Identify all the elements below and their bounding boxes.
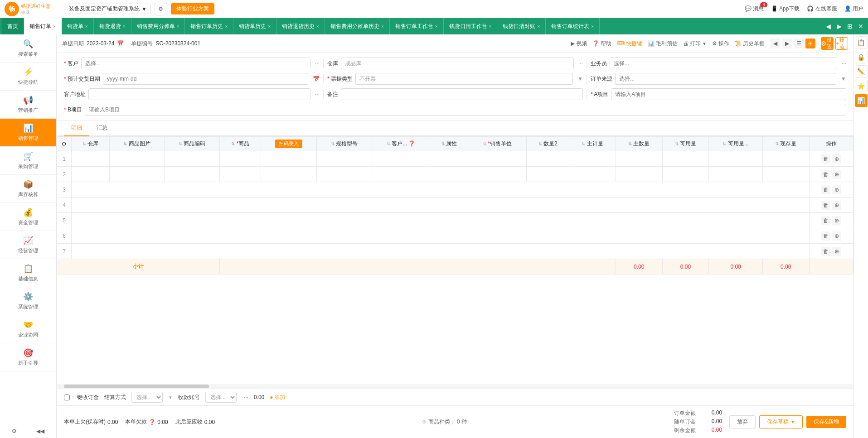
row-2-unit[interactable] <box>468 167 526 182</box>
sidebar-item-system[interactable]: ⚙️ 系统管理 <box>0 287 56 315</box>
tab-detail[interactable]: 明细 <box>64 120 89 136</box>
sidebar-item-collaboration[interactable]: 🤝 企业协同 <box>0 315 56 343</box>
nav-next-button[interactable]: ▶ <box>834 18 844 34</box>
row-1-unit[interactable] <box>468 151 526 167</box>
row-1-warehouse[interactable] <box>72 151 110 167</box>
delete-row-button[interactable]: 🗑 <box>821 170 830 179</box>
nav-expand-button[interactable]: ⊞ <box>844 18 855 34</box>
tab-home[interactable]: 首页 <box>2 18 24 34</box>
col-scan-header[interactable]: 扫码录入 <box>261 137 317 151</box>
delivery-date-input[interactable] <box>103 73 308 85</box>
close-icon[interactable]: × <box>123 24 126 29</box>
nav-prev-button[interactable]: ◀ <box>823 18 834 34</box>
scan-entry-button[interactable]: 扫码录入 <box>275 140 302 148</box>
row-1-code[interactable] <box>165 151 220 167</box>
delete-row-button[interactable]: 🗑 <box>821 247 830 256</box>
user-menu[interactable]: 👤 用户 <box>844 5 863 13</box>
discard-button[interactable]: 放弃 <box>729 415 756 428</box>
close-icon[interactable]: × <box>316 24 319 29</box>
col-settings-header[interactable]: ⚙ <box>57 137 72 151</box>
tab-reconciliation[interactable]: 钱货日清对账 × <box>497 18 546 34</box>
video-button[interactable]: ▶视频 <box>571 40 587 48</box>
row-2-main-qty[interactable] <box>616 167 662 182</box>
customer-more-button[interactable]: ··· <box>315 60 320 67</box>
copy-row-button[interactable]: ⊕ <box>832 216 841 225</box>
tab-sales-return[interactable]: 销货退货 × <box>94 18 131 34</box>
tab-sales-expense[interactable]: 销售费用分摊单 × <box>131 18 185 34</box>
row-2-customer-code[interactable] <box>372 167 430 182</box>
payment-method-select[interactable]: 选择... <box>131 392 163 403</box>
copy-row-button[interactable]: ⊕ <box>832 231 841 241</box>
tab-sales-order[interactable]: 销售订单 × <box>24 18 62 34</box>
sidebar-expand-button[interactable]: ◀◀ <box>36 428 44 434</box>
tab-sales-order-history[interactable]: 销售订单历史 × <box>185 18 233 34</box>
tab-order-workbench[interactable]: 销售订单工作台 × <box>390 18 444 34</box>
delete-row-button[interactable]: 🗑 <box>821 185 830 194</box>
delete-row-button[interactable]: 🗑 <box>821 216 830 225</box>
warehouse-input[interactable] <box>341 58 574 69</box>
horizontal-scrollbar[interactable] <box>64 384 846 389</box>
copy-row-button[interactable]: ⊕ <box>832 247 841 256</box>
address-more-button[interactable]: ··· <box>315 91 320 97</box>
calendar-icon[interactable]: 📅 <box>117 40 124 47</box>
warehouse-more-button[interactable]: ··· <box>578 60 583 67</box>
save-draft-button[interactable]: 保存草稿 ▼ <box>759 415 803 428</box>
next-doc-button[interactable]: ▶ <box>782 39 792 48</box>
close-icon[interactable]: × <box>53 24 56 29</box>
print-button[interactable]: 🖨打印 ▼ <box>683 40 707 48</box>
app-download-link[interactable]: 📱 App下载 <box>771 5 800 13</box>
order-source-input[interactable] <box>615 73 836 85</box>
row-1-qty2[interactable] <box>527 151 569 167</box>
tab-expense-history[interactable]: 销售费用分摊单历史 × <box>325 18 390 34</box>
salesperson-more-button[interactable]: ··· <box>842 60 846 67</box>
sidebar-item-finance[interactable]: 💰 资金管理 <box>0 203 56 231</box>
right-panel-lock-button[interactable]: 🔒 <box>855 51 868 63</box>
close-icon[interactable]: × <box>381 24 384 29</box>
calendar-icon[interactable]: 📅 <box>313 76 320 82</box>
close-icon[interactable]: × <box>537 24 540 29</box>
row-2-qty2[interactable] <box>527 167 569 182</box>
add-payment-button[interactable]: ● 添加 <box>270 394 285 401</box>
profit-estimate-button[interactable]: 📊毛利预估 <box>648 40 678 48</box>
invoice-type-input[interactable] <box>355 73 573 85</box>
add-logistics-button[interactable]: + 物流 <box>835 37 848 50</box>
one-click-payment-checkbox[interactable]: 一键收订金 <box>64 394 99 401</box>
list-view-button[interactable]: ☰ <box>794 39 804 48</box>
grid-view-button[interactable]: ⊞ <box>805 39 815 48</box>
a-project-input[interactable] <box>611 88 846 100</box>
row-2-product[interactable] <box>220 167 261 182</box>
settings-side-button[interactable]: ⚙ 设置 <box>821 37 834 50</box>
chevron-down-icon[interactable]: ▼ <box>841 76 846 82</box>
chevron-down-icon[interactable]: ▼ <box>577 76 583 82</box>
right-panel-edit-button[interactable]: ✏️ <box>855 65 868 78</box>
tab-sales-return-history[interactable]: 销货退货历史 × <box>276 18 325 34</box>
tab-daily-workbench[interactable]: 钱货日清工作台 × <box>444 18 498 34</box>
close-icon[interactable]: × <box>489 24 492 29</box>
account-more-button[interactable]: ··· <box>244 394 248 400</box>
row-2-attr[interactable] <box>430 167 468 182</box>
sidebar-item-search[interactable]: 🔍 搜索菜单 <box>0 34 56 63</box>
sidebar-item-basic-info[interactable]: 📋 基础信息 <box>0 259 56 287</box>
close-icon[interactable]: × <box>435 24 438 29</box>
sidebar-item-operations[interactable]: 📈 经营管理 <box>0 231 56 259</box>
shortcuts-button[interactable]: ⌨快捷键 <box>617 40 642 48</box>
settings-gear-button[interactable]: ⚙ <box>155 3 167 15</box>
delete-row-button[interactable]: 🗑 <box>821 231 830 241</box>
tab-summary[interactable]: 汇总 <box>89 120 115 136</box>
scrollbar-thumb[interactable] <box>64 385 209 388</box>
sidebar-item-sales[interactable]: 📊 销售管理 <box>0 119 56 147</box>
close-icon[interactable]: × <box>177 24 179 29</box>
sidebar-collapse-button[interactable]: ⚙ <box>12 428 17 434</box>
copy-row-button[interactable]: ⊕ <box>832 154 841 164</box>
operations-button[interactable]: ⚙操作 <box>712 40 729 48</box>
system-selector[interactable]: 装备及固定资产辅助管理系统 ▼ <box>65 4 151 14</box>
copy-row-button[interactable]: ⊕ <box>832 185 841 194</box>
sidebar-item-guide[interactable]: 🎯 新手引导 <box>0 343 56 371</box>
right-panel-docs-button[interactable]: 📋 <box>855 36 868 49</box>
salesperson-input[interactable] <box>610 58 837 69</box>
close-icon[interactable]: × <box>268 24 271 29</box>
remark-input[interactable] <box>341 88 583 100</box>
history-order-button[interactable]: 📜历史单据 <box>735 40 765 48</box>
b-project-input[interactable] <box>85 104 846 116</box>
right-panel-star-button[interactable]: ⭐ <box>855 80 868 92</box>
